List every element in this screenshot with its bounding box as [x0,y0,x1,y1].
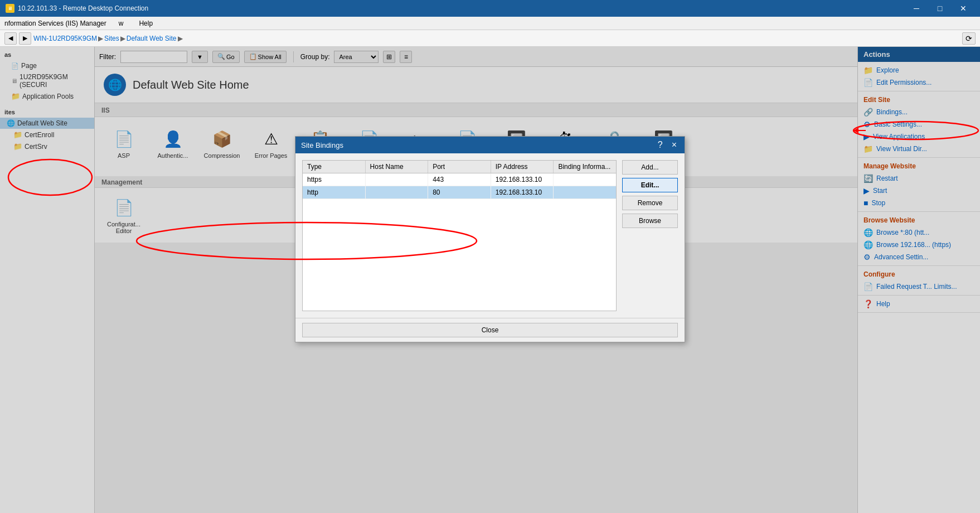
binding-info-https [554,173,616,186]
dialog-help-button[interactable]: ? [656,140,665,150]
dialog-title-bar: Site Bindings ? × [295,137,685,153]
binding-info-http [554,186,616,199]
binding-row-https[interactable]: https 443 192.168.133.10 [303,173,616,186]
browse-binding-button[interactable]: Browse [622,214,678,228]
dialog-overlay: Site Bindings ? × Type Host Name Port IP… [0,47,980,513]
title-bar: 🖥 10.22.101.33 - Remote Desktop Connecti… [0,0,980,17]
minimize-button[interactable]: ─ [905,0,928,17]
close-dialog-button[interactable]: Close [302,323,678,337]
binding-type-http: http [303,186,366,199]
maximize-button[interactable]: □ [929,0,951,17]
binding-row-http[interactable]: http 80 192.168.133.10 [303,186,616,199]
menu-bar: nformation Services (IIS) Manager w Help [0,17,980,30]
dialog-action-buttons: Add... Edit... Remove Browse [622,160,678,311]
app-title: nformation Services (IIS) Manager [4,20,106,27]
menu-item-w[interactable]: w [115,18,127,28]
binding-ip-http: 192.168.133.10 [491,186,554,199]
breadcrumb-current[interactable]: Default Web Site [127,35,177,42]
close-button[interactable]: ✕ [952,0,974,17]
remove-binding-button[interactable]: Remove [622,196,678,210]
dialog-close-button[interactable]: × [669,140,679,150]
col-port: Port [428,161,491,173]
window-title: 10.22.101.33 - Remote Desktop Connection [18,4,148,12]
binding-port-https: 443 [428,173,491,186]
binding-hostname-https [366,173,429,186]
table-header: Type Host Name Port IP Address Binding I… [302,160,617,173]
binding-port-http: 80 [428,186,491,199]
dialog-footer: Close [295,318,685,342]
dialog-table-area: Type Host Name Port IP Address Binding I… [302,160,617,311]
binding-ip-https: 192.168.133.10 [491,173,554,186]
app-icon: 🖥 [6,4,14,13]
site-bindings-dialog: Site Bindings ? × Type Host Name Port IP… [295,136,685,342]
col-type: Type [303,161,366,173]
menu-item-help[interactable]: Help [135,18,156,28]
refresh-button[interactable]: ⟳ [962,32,976,45]
bindings-table: https 443 192.168.133.10 http 80 192.168… [302,173,617,311]
breadcrumb-sites[interactable]: Sites [104,35,119,42]
breadcrumb: WIN-1U2RD95K9GM ▶ Sites ▶ Default Web Si… [33,35,183,42]
edit-binding-button[interactable]: Edit... [622,178,678,192]
binding-type-https: https [303,173,366,186]
col-info: Binding Informa... [554,161,616,173]
col-ip: IP Address [491,161,554,173]
breadcrumb-server[interactable]: WIN-1U2RD95K9GM [33,35,97,42]
address-bar: ◀ ▶ WIN-1U2RD95K9GM ▶ Sites ▶ Default We… [0,30,980,47]
forward-button[interactable]: ▶ [19,32,31,45]
add-binding-button[interactable]: Add... [622,160,678,175]
col-hostname: Host Name [366,161,429,173]
table-empty-area [303,199,616,311]
binding-hostname-http [366,186,429,199]
back-button[interactable]: ◀ [4,32,17,45]
dialog-title: Site Bindings [301,141,343,149]
dialog-body: Type Host Name Port IP Address Binding I… [295,153,685,318]
